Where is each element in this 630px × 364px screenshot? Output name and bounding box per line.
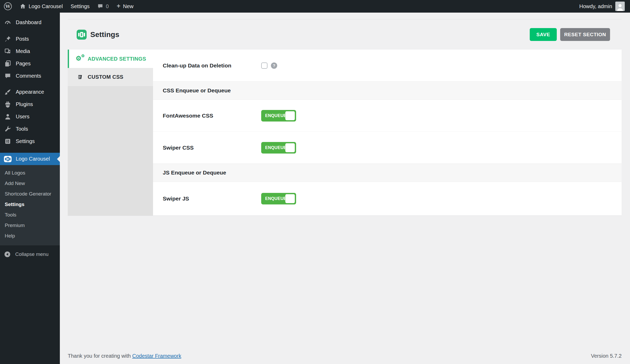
reset-section-button[interactable]: RESET SECTION — [560, 28, 610, 41]
new-label: New — [123, 3, 134, 9]
gears-icon: ⚙⚙ — [76, 55, 84, 63]
pages-icon — [4, 60, 12, 67]
admin-bar-settings-link[interactable]: Settings — [67, 0, 93, 13]
field-row-swiper-css: Swiper CSS ENQUEUE — [153, 132, 622, 164]
menu-separator — [0, 29, 60, 33]
toggle-knob — [285, 143, 295, 152]
footer-credit: Thank you for creating with Codestar Fra… — [68, 353, 181, 359]
sidebar-item-appearance[interactable]: Appearance — [0, 86, 60, 98]
swiper-js-toggle[interactable]: ENQUEUE — [261, 193, 296, 204]
site-name-label: Logo Carousel — [29, 3, 63, 9]
menu-separator — [0, 147, 60, 153]
sidebar-item-dashboard[interactable]: Dashboard — [0, 16, 60, 29]
sidebar-item-tools[interactable]: Tools — [0, 123, 60, 135]
sidebar-item-plugins[interactable]: Plugins — [0, 98, 60, 110]
admin-menu: Dashboard Posts Media Pages Commen — [0, 13, 60, 260]
sidebar-label: Appearance — [16, 89, 44, 95]
logo-carousel-icon — [4, 156, 12, 162]
admin-bar-left: W Logo Carousel Settings 0 + New — [0, 0, 138, 13]
account-menu[interactable]: Howdy, admin — [579, 0, 630, 13]
css-icon — [76, 74, 84, 80]
media-icon — [4, 48, 12, 55]
settings-sliders-icon — [4, 138, 12, 145]
comments-icon — [4, 73, 12, 79]
logo-carousel-submenu: All Logos Add New Shortcode Generator Se… — [0, 165, 60, 245]
submenu-label: Add New — [5, 181, 25, 186]
plugin-logo-icon — [77, 30, 87, 40]
sidebar-label: Users — [16, 114, 29, 120]
submenu-item-add-new[interactable]: Add New — [0, 178, 60, 189]
howdy-label: Howdy, admin — [579, 3, 612, 9]
sidebar-item-posts[interactable]: Posts — [0, 33, 60, 45]
sidebar-item-logo-carousel[interactable]: Logo Carousel — [0, 153, 60, 165]
wordpress-menu[interactable]: W — [0, 0, 16, 13]
tab-custom-css[interactable]: CUSTOM CSS — [68, 68, 153, 86]
wordpress-logo-icon: W — [4, 2, 12, 10]
home-icon — [20, 3, 26, 9]
users-icon — [4, 113, 12, 120]
field-row-fontawesome-css: FontAwesome CSS ENQUEUE — [153, 100, 622, 132]
menu-separator — [0, 82, 60, 86]
field-row-cleanup: Clean-up Data on Deletion ? — [153, 50, 622, 82]
sidebar-label: Pages — [16, 61, 31, 67]
sidebar-item-pages[interactable]: Pages — [0, 57, 60, 70]
cleanup-checkbox[interactable] — [261, 62, 267, 69]
admin-sidebar: Dashboard Posts Media Pages Commen — [0, 13, 60, 364]
submenu-item-shortcode-generator[interactable]: Shortcode Generator — [0, 189, 60, 199]
collapse-menu-button[interactable]: Collapse menu — [0, 248, 60, 260]
header-buttons: SAVE RESET SECTION — [530, 28, 610, 41]
codestar-framework-link[interactable]: Codestar Framework — [132, 353, 181, 359]
settings-header: Settings SAVE RESET SECTION — [68, 19, 622, 50]
section-title: CSS Enqueue or Dequeue — [163, 87, 231, 94]
comment-count: 0 — [106, 3, 109, 9]
admin-bar: W Logo Carousel Settings 0 + New Howdy, … — [0, 0, 630, 13]
section-heading-js: JS Enqueue or Dequeue — [153, 163, 622, 182]
admin-bar-settings-label: Settings — [71, 3, 90, 9]
field-row-swiper-js: Swiper JS ENQUEUE — [153, 182, 622, 215]
sidebar-item-users[interactable]: Users — [0, 110, 60, 123]
collapse-menu-label: Collapse menu — [15, 251, 49, 257]
fontawesome-css-toggle[interactable]: ENQUEUE — [261, 110, 296, 122]
tab-label: CUSTOM CSS — [88, 74, 123, 80]
wrench-icon — [4, 125, 12, 133]
submenu-item-help[interactable]: Help — [0, 231, 60, 241]
dashboard-icon — [4, 19, 12, 26]
settings-tab-nav: ⚙⚙ ADVANCED SETTINGS CUSTOM CSS — [68, 50, 153, 215]
tab-label: ADVANCED SETTINGS — [88, 56, 146, 62]
submenu-item-all-logos[interactable]: All Logos — [0, 168, 60, 178]
toggle-label: ENQUEUE — [265, 145, 286, 150]
settings-framework: Settings SAVE RESET SECTION ⚙⚙ ADVANCED … — [68, 19, 622, 216]
sidebar-label: Posts — [16, 36, 29, 42]
submenu-item-tools[interactable]: Tools — [0, 210, 60, 220]
comments-shortcut[interactable]: 0 — [93, 0, 113, 13]
page-title-group: Settings — [77, 30, 119, 40]
sidebar-label: Dashboard — [16, 19, 41, 25]
field-label: FontAwesome CSS — [163, 113, 261, 119]
new-content-menu[interactable]: + New — [113, 0, 137, 13]
pushpin-icon — [4, 35, 12, 43]
settings-fields: Clean-up Data on Deletion ? CSS Enqueue … — [153, 50, 622, 215]
save-button[interactable]: SAVE — [530, 28, 557, 41]
submenu-label: Tools — [5, 212, 16, 218]
paintbrush-icon — [4, 88, 12, 96]
tab-advanced-settings[interactable]: ⚙⚙ ADVANCED SETTINGS — [68, 50, 153, 68]
sidebar-item-settings[interactable]: Settings — [0, 135, 60, 147]
sidebar-item-comments[interactable]: Comments — [0, 70, 60, 82]
page-title: Settings — [90, 30, 119, 39]
field-label: Swiper JS — [163, 196, 261, 202]
help-icon[interactable]: ? — [271, 62, 277, 69]
submenu-item-premium[interactable]: Premium — [0, 220, 60, 231]
tab-nav-filler — [68, 86, 153, 215]
settings-panel: ⚙⚙ ADVANCED SETTINGS CUSTOM CSS Clean-up… — [68, 50, 622, 216]
avatar — [615, 2, 625, 11]
toggle-knob — [285, 194, 295, 203]
site-name-link[interactable]: Logo Carousel — [16, 0, 67, 13]
swiper-css-toggle[interactable]: ENQUEUE — [261, 142, 296, 154]
submenu-item-settings[interactable]: Settings — [0, 199, 60, 210]
field-label: Clean-up Data on Deletion — [163, 62, 261, 69]
sidebar-item-media[interactable]: Media — [0, 45, 60, 57]
plus-icon: + — [117, 3, 120, 9]
sidebar-label: Comments — [16, 73, 41, 79]
toggle-label: ENQUEUE — [265, 196, 286, 201]
footer-version: Version 5.7.2 — [591, 353, 622, 359]
